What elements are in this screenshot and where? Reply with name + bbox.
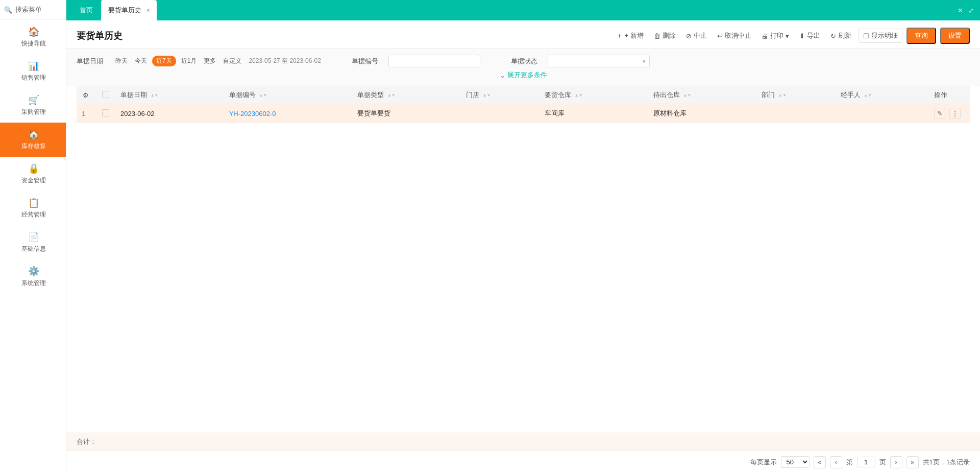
col-type-label: 单据类型 (357, 91, 384, 99)
expand-more-button[interactable]: ⌄ 展开更多条件 (77, 70, 970, 80)
row-checkbox[interactable] (102, 109, 109, 116)
page-size-label: 每页显示 (750, 458, 777, 467)
sort-type-icon[interactable]: ▲▼ (387, 93, 396, 98)
row-number-cell: YH-20230602-0 (224, 104, 353, 123)
date-options: 昨天 今天 近7天 近1月 更多 自定义 2023-05-27 至 2023-0… (113, 56, 321, 66)
doc-number-link[interactable]: YH-20230602-0 (229, 110, 276, 117)
refresh-button[interactable]: ↻ 刷新 (827, 29, 854, 42)
expand-label: 展开更多条件 (507, 70, 547, 80)
purchase-icon: 🛒 (28, 94, 39, 106)
cancel-stop-icon: ↩ (717, 32, 723, 40)
sort-dept-icon[interactable]: ▲▼ (778, 93, 787, 98)
select-all-checkbox[interactable] (102, 91, 109, 98)
sidebar-item-label: 销售管理 (21, 74, 46, 82)
sort-date-icon[interactable]: ▲▼ (151, 93, 159, 98)
row-store (461, 104, 540, 123)
display-cell-button[interactable]: ☐ 显示明细 (859, 29, 902, 43)
sales-icon: 📊 (28, 60, 39, 72)
page-number-input[interactable] (857, 457, 875, 467)
refresh-icon: ↻ (830, 32, 836, 40)
sidebar-search-label: 搜索菜单 (15, 5, 42, 14)
date-option-today[interactable]: 今天 (133, 56, 149, 66)
finance-icon: 🔒 (28, 163, 39, 174)
sidebar-item-operations[interactable]: 📋 经营管理 (0, 191, 66, 225)
date-option-1month[interactable]: 近1月 (179, 56, 199, 66)
export-button[interactable]: ⬇ 导出 (796, 29, 823, 42)
sidebar-item-label: 快捷导航 (21, 39, 46, 48)
sidebar-item-finance[interactable]: 🔒 资金管理 (0, 157, 66, 191)
date-option-7days[interactable]: 近7天 (152, 56, 176, 66)
print-button[interactable]: 🖨 打印 ▾ (758, 29, 792, 42)
summary-label: 合计： (77, 438, 96, 445)
stop-icon: ⊘ (686, 32, 692, 40)
new-button[interactable]: ＋ + 新增 (613, 29, 647, 42)
tab-requisition-history-label: 要货单历史 (108, 6, 141, 15)
sidebar-search[interactable]: 🔍 搜索菜单 (0, 0, 66, 20)
sidebar-item-system[interactable]: ⚙️ 系统管理 (0, 259, 66, 294)
sidebar-item-purchase[interactable]: 🛒 采购管理 (0, 88, 66, 123)
page-input-suffix: 页 (879, 458, 886, 467)
sort-req-warehouse-icon[interactable]: ▲▼ (575, 93, 583, 98)
date-option-yesterday[interactable]: 昨天 (113, 56, 130, 66)
sidebar-item-sales[interactable]: 📊 销售管理 (0, 54, 66, 88)
date-option-more[interactable]: 更多 (202, 56, 218, 66)
sidebar-item-inventory[interactable]: 🏠 库存核算 (0, 123, 66, 157)
cancel-stop-button[interactable]: ↩ 取消中止 (714, 29, 754, 42)
table-settings-icon[interactable]: ⚙ (82, 91, 90, 99)
sidebar-item-label: 经营管理 (21, 210, 46, 219)
sidebar-item-basic-info[interactable]: 📄 基础信息 (0, 225, 66, 259)
pagination-bar: 每页显示 50 10 20 100 « ‹ 第 页 › » 共1页，1条记录 (66, 451, 980, 473)
filter-area: 单据日期 昨天 今天 近7天 近1月 更多 自定义 2023-05-27 至 2… (66, 49, 980, 86)
tab-home-label: 首页 (80, 6, 93, 15)
window-maximize-button[interactable]: ⤢ (968, 7, 974, 14)
delete-button[interactable]: 🗑 删除 (651, 29, 679, 42)
row-req-warehouse: 车间库 (540, 104, 648, 123)
status-select[interactable] (548, 55, 650, 67)
query-button[interactable]: 查询 (906, 28, 936, 44)
date-filter-label: 单据日期 (77, 57, 103, 66)
delete-label: 删除 (663, 31, 676, 40)
sidebar-item-label: 基础信息 (21, 245, 46, 253)
print-icon: 🖨 (762, 32, 768, 40)
window-close-button[interactable]: ✕ (958, 7, 963, 14)
top-bar-actions: ✕ ⤢ (958, 7, 974, 14)
last-page-button[interactable]: » (906, 456, 919, 468)
sort-number-icon[interactable]: ▲▼ (259, 93, 267, 98)
tab-home[interactable]: 首页 (72, 0, 100, 20)
row-date: 2023-06-02 (115, 104, 224, 123)
first-page-button[interactable]: « (814, 456, 826, 468)
new-icon: ＋ (616, 31, 623, 40)
print-label: 打印 (770, 31, 783, 40)
sort-pending-warehouse-icon[interactable]: ▲▼ (683, 93, 691, 98)
operations-icon: 📋 (28, 197, 39, 208)
tab-requisition-history[interactable]: 要货单历史 × (101, 0, 157, 20)
sort-handler-icon[interactable]: ▲▼ (864, 93, 872, 98)
doc-number-label: 单据编号 (352, 57, 378, 66)
col-settings: ⚙ (77, 86, 97, 104)
tab-close-icon[interactable]: × (146, 7, 150, 13)
doc-number-input[interactable] (388, 55, 480, 67)
main-area: 首页 要货单历史 × ✕ ⤢ 要货单历史 ＋ + 新增 (66, 0, 980, 473)
row-more-button[interactable]: ⋮ (949, 108, 961, 119)
sidebar-item-label: 资金管理 (21, 176, 46, 185)
col-handler-label: 经手人 (841, 91, 861, 99)
prev-page-button[interactable]: ‹ (830, 456, 842, 468)
col-dept: 部门 ▲▼ (756, 86, 835, 104)
table-row: 1 2023-06-02 YH-20230602-0 要货单要货 车间库 (77, 104, 970, 123)
col-req-warehouse: 要货仓库 ▲▼ (540, 86, 648, 104)
settings-button[interactable]: 设置 (940, 28, 970, 44)
export-label: 导出 (807, 31, 820, 40)
sidebar-item-quick-nav[interactable]: 🏠 快捷导航 (0, 20, 66, 54)
sort-store-icon[interactable]: ▲▼ (483, 93, 491, 98)
page-size-select[interactable]: 50 10 20 100 (781, 456, 810, 468)
date-option-custom[interactable]: 自定义 (221, 56, 243, 66)
delete-icon: 🗑 (654, 32, 660, 40)
top-bar: 首页 要货单历史 × ✕ ⤢ (66, 0, 980, 20)
col-req-warehouse-label: 要货仓库 (545, 91, 571, 99)
row-edit-button[interactable]: ✎ (934, 108, 945, 119)
stop-button[interactable]: ⊘ 中止 (683, 29, 710, 42)
col-date: 单据日期 ▲▼ (115, 86, 224, 104)
export-icon: ⬇ (799, 32, 805, 40)
next-page-button[interactable]: › (890, 456, 902, 468)
date-range-display: 2023-05-27 至 2023-06-02 (249, 57, 321, 65)
